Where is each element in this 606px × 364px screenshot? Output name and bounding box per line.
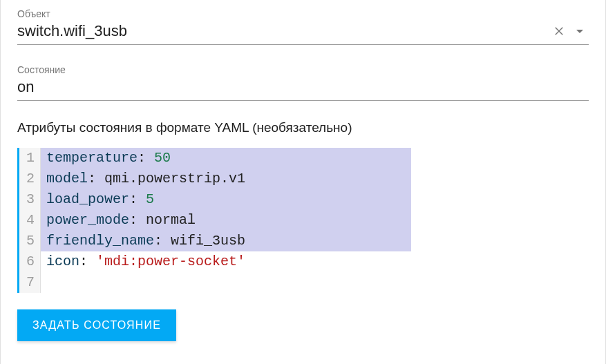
line-number: 1: [26, 148, 35, 169]
svg-marker-2: [576, 30, 583, 33]
code-body[interactable]: temperature: 50model: qmi.powerstrip.v1l…: [41, 148, 411, 293]
line-number: 7: [26, 272, 35, 293]
entity-input-icons: [553, 25, 589, 37]
state-input-row: [17, 77, 589, 101]
line-number: 4: [26, 210, 35, 231]
entity-label: Объект: [17, 8, 589, 19]
line-number: 3: [26, 189, 35, 210]
state-field: Состояние: [17, 64, 589, 101]
code-line[interactable]: model: qmi.powerstrip.v1: [41, 169, 411, 189]
line-number: 2: [26, 169, 35, 189]
code-line[interactable]: icon: 'mdi:power-socket': [41, 251, 411, 272]
clear-icon[interactable]: [553, 25, 565, 37]
code-line[interactable]: [41, 272, 411, 293]
code-line[interactable]: load_power: 5: [41, 189, 411, 210]
set-state-button[interactable]: Задать состояние: [17, 309, 176, 341]
entity-input[interactable]: [17, 21, 553, 41]
code-line[interactable]: temperature: 50: [41, 148, 411, 169]
gutter: 1234567: [19, 148, 41, 293]
entity-field: Объект: [17, 8, 589, 45]
chevron-down-icon[interactable]: [576, 30, 583, 33]
code-line[interactable]: friendly_name: wifi_3usb: [41, 231, 411, 251]
line-number: 6: [26, 251, 35, 272]
attributes-label: Атрибуты состояния в формате YAML (необя…: [17, 120, 589, 135]
code-line[interactable]: power_mode: normal: [41, 210, 411, 231]
state-input[interactable]: [17, 77, 589, 97]
entity-input-row: [17, 21, 589, 45]
line-number: 5: [26, 231, 35, 251]
yaml-editor[interactable]: 1234567 temperature: 50model: qmi.powers…: [17, 148, 411, 293]
state-label: Состояние: [17, 64, 589, 75]
